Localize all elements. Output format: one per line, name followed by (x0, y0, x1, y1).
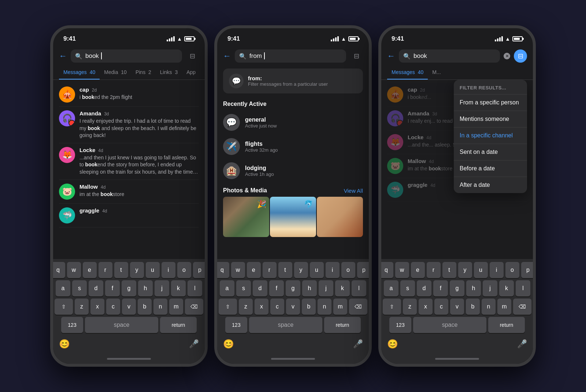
key-i[interactable]: i (162, 262, 175, 278)
key3-n[interactable]: n (482, 299, 496, 315)
search-input-wrap-3[interactable]: 🔍 book (399, 49, 500, 63)
filter-button-1[interactable]: ⊟ (186, 49, 199, 63)
key-s[interactable]: s (72, 280, 87, 296)
key-l[interactable]: l (188, 280, 202, 296)
key-g[interactable]: g (122, 280, 136, 296)
tab-app-1[interactable]: App (182, 66, 200, 79)
search-input-1[interactable]: book (85, 52, 178, 60)
key-o[interactable]: o (177, 262, 191, 278)
key-k[interactable]: k (171, 280, 186, 296)
key-shift[interactable]: ⇧ (55, 299, 73, 315)
key3-w[interactable]: w (395, 262, 409, 278)
key2-num[interactable]: 123 (225, 317, 247, 333)
key-return[interactable]: return (160, 317, 197, 333)
emoji-key-2[interactable]: 😊 (223, 339, 234, 349)
key3-e[interactable]: e (411, 262, 425, 278)
key-q[interactable]: q (51, 262, 65, 278)
back-button-3[interactable]: ← (387, 51, 395, 61)
key2-backspace[interactable]: ⌫ (349, 299, 367, 315)
key2-return[interactable]: return (324, 317, 361, 333)
key2-j[interactable]: j (319, 280, 333, 296)
tab-media-1[interactable]: Media 10 (100, 66, 131, 79)
filter-option-after[interactable]: After a date (454, 177, 527, 193)
key2-t[interactable]: t (278, 262, 292, 278)
key-v[interactable]: v (122, 299, 136, 315)
view-all-button[interactable]: View All (344, 188, 363, 194)
filter-button-2[interactable]: ⊟ (350, 49, 363, 63)
filter-option-person[interactable]: From a specific person (454, 94, 527, 111)
filter-option-channel[interactable]: In a specific channel (454, 127, 527, 144)
tab-links-1[interactable]: Links 3 (156, 66, 182, 79)
key-u[interactable]: u (146, 262, 160, 278)
key3-a[interactable]: a (384, 280, 398, 296)
key-d[interactable]: d (89, 280, 103, 296)
key2-i[interactable]: i (326, 262, 340, 278)
key-a[interactable]: a (56, 280, 70, 296)
key-c[interactable]: c (106, 299, 120, 315)
filter-button-3[interactable]: ⊟ (514, 49, 527, 63)
key3-l[interactable]: l (516, 280, 530, 296)
key3-p[interactable]: p (521, 262, 535, 278)
mic-key-1[interactable]: 🎤 (189, 339, 199, 349)
search-input-wrap-2[interactable]: 🔍 from (235, 49, 346, 63)
key-m[interactable]: m (169, 299, 183, 315)
key3-u[interactable]: u (474, 262, 488, 278)
key2-y[interactable]: y (294, 262, 308, 278)
search-input-3[interactable]: book (413, 52, 496, 60)
key3-j[interactable]: j (483, 280, 497, 296)
key3-g[interactable]: g (450, 280, 464, 296)
key3-backspace[interactable]: ⌫ (513, 299, 531, 315)
key2-o[interactable]: o (341, 262, 355, 278)
suggestion-from[interactable]: 💬 from: Filter messages from a particula… (223, 69, 363, 93)
key2-b[interactable]: b (302, 299, 316, 315)
key2-k[interactable]: k (335, 280, 350, 296)
key-p[interactable]: p (193, 262, 207, 278)
mic-key-2[interactable]: 🎤 (353, 339, 363, 349)
key2-g[interactable]: g (286, 280, 300, 296)
key3-num[interactable]: 123 (389, 317, 411, 333)
channel-general[interactable]: 💬 general Active just now (217, 110, 369, 134)
search-input-2[interactable]: from (249, 52, 342, 60)
photo-thumb-3[interactable] (317, 197, 363, 237)
key2-r[interactable]: r (263, 262, 277, 278)
key2-shift[interactable]: ⇧ (219, 299, 237, 315)
message-item-mallow[interactable]: 🐷 Mallow 4d im at the bookstore (59, 180, 199, 204)
key3-m[interactable]: m (497, 299, 511, 315)
key-r[interactable]: r (99, 262, 112, 278)
key3-z[interactable]: z (403, 299, 417, 315)
key2-space[interactable]: space (249, 317, 322, 333)
back-button-2[interactable]: ← (223, 51, 231, 61)
key2-m[interactable]: m (333, 299, 347, 315)
key2-p[interactable]: p (357, 262, 371, 278)
key2-d[interactable]: d (253, 280, 267, 296)
key-x[interactable]: x (90, 299, 104, 315)
key-j[interactable]: j (155, 280, 169, 296)
key2-h[interactable]: h (302, 280, 317, 296)
tab-messages-1[interactable]: Messages 40 (59, 66, 100, 79)
key-y[interactable]: y (130, 262, 144, 278)
key2-x[interactable]: x (255, 299, 268, 315)
search-input-wrap-1[interactable]: 🔍 book (71, 49, 182, 63)
key3-b[interactable]: b (466, 299, 480, 315)
key2-l[interactable]: l (352, 280, 366, 296)
key3-k[interactable]: k (499, 280, 514, 296)
key2-f[interactable]: f (269, 280, 284, 296)
key3-d[interactable]: d (417, 280, 431, 296)
key3-i[interactable]: i (490, 262, 504, 278)
key3-y[interactable]: y (458, 262, 472, 278)
key2-w[interactable]: w (231, 262, 245, 278)
key3-s[interactable]: s (400, 280, 415, 296)
key2-u[interactable]: u (310, 262, 324, 278)
key2-q[interactable]: q (215, 262, 229, 278)
clear-button-3[interactable]: ✕ (504, 53, 510, 59)
emoji-key-3[interactable]: 😊 (387, 339, 398, 349)
key-space[interactable]: space (85, 317, 158, 333)
key2-s[interactable]: s (236, 280, 251, 296)
channel-lodging[interactable]: 🏨 lodging Active 1h ago (217, 159, 369, 183)
key3-v[interactable]: v (450, 299, 464, 315)
key3-o[interactable]: o (505, 262, 519, 278)
key3-shift[interactable]: ⇧ (383, 299, 401, 315)
key3-c[interactable]: c (434, 299, 448, 315)
emoji-key-1[interactable]: 😊 (59, 339, 70, 349)
message-item-cap[interactable]: 🎪 cap 2d i booked the 2pm flight (59, 83, 199, 107)
